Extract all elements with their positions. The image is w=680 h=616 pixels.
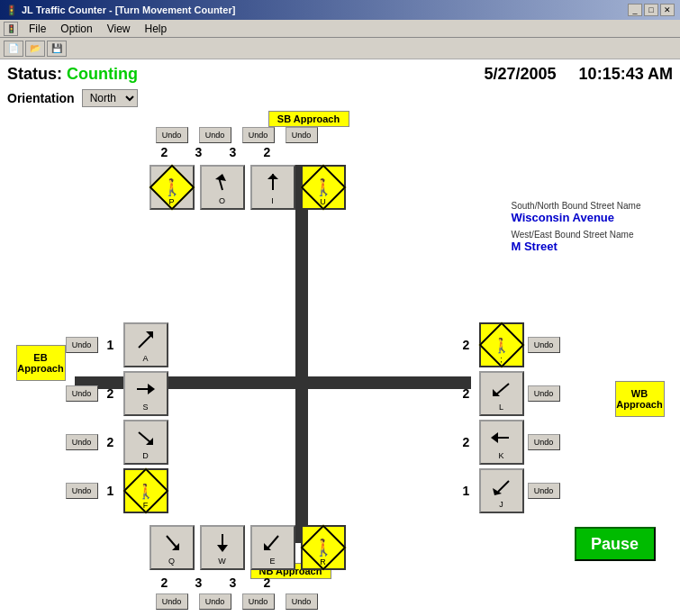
- west-row-semi: 2 🚶 ; Undo: [458, 322, 560, 367]
- east-row-f: Undo 1 🚶 F: [66, 468, 168, 513]
- north-undo-row: Undo Undo Undo Undo: [156, 127, 318, 143]
- svg-line-14: [498, 481, 509, 492]
- west-count-l: 2: [458, 386, 476, 401]
- title-bar: 🚦 JL Traffic Counter - [Turn Movement Co…: [0, 0, 680, 20]
- south-undo-row: Undo Undo Undo Undo: [156, 593, 318, 610]
- east-undo-s[interactable]: Undo: [66, 385, 98, 402]
- intersection-area: SB Approach NB Approach EB Approach WB A…: [16, 111, 665, 579]
- east-count-d: 2: [102, 435, 120, 449]
- east-count-s: 2: [102, 386, 120, 401]
- east-undo-f[interactable]: Undo: [66, 483, 98, 499]
- west-undo-semi[interactable]: Undo: [528, 337, 560, 353]
- minimize-button[interactable]: _: [628, 4, 642, 16]
- status-value: Counting: [67, 65, 138, 83]
- status-label: Status:: [7, 65, 62, 83]
- west-btn-j[interactable]: J: [479, 468, 524, 513]
- svg-line-10: [496, 384, 509, 394]
- south-btn-w[interactable]: W: [200, 525, 245, 570]
- east-btn-a[interactable]: A: [123, 322, 168, 367]
- svg-marker-1: [215, 174, 226, 181]
- window-controls: _ □ ✕: [628, 4, 675, 16]
- north-btn-p[interactable]: 🚶 P: [150, 165, 195, 210]
- south-undo-r[interactable]: Undo: [286, 593, 318, 610]
- close-button[interactable]: ✕: [660, 4, 675, 16]
- west-movements: 2 🚶 ; Undo 2 L U: [458, 322, 560, 513]
- south-undo-q[interactable]: Undo: [156, 593, 188, 610]
- east-row-s: Undo 2 S: [66, 371, 168, 416]
- toolbar-new[interactable]: 📄: [4, 41, 23, 57]
- wb-approach-label: WB Approach: [615, 381, 665, 417]
- east-count-f: 1: [102, 484, 120, 498]
- sn-name: Wisconsin Avenue: [512, 211, 665, 224]
- north-btn-o[interactable]: O: [200, 165, 245, 210]
- svg-line-20: [267, 536, 278, 548]
- svg-line-4: [139, 335, 151, 348]
- south-undo-w[interactable]: Undo: [199, 593, 231, 610]
- east-row-d: Undo 2 D: [66, 420, 168, 465]
- toolbar: 📄 📂 💾: [0, 38, 680, 59]
- north-count-p: 2: [156, 145, 174, 159]
- app-menu-icon: 🚦: [4, 22, 18, 36]
- south-btn-q[interactable]: Q: [150, 525, 195, 570]
- west-count-k: 2: [458, 435, 476, 449]
- maximize-button[interactable]: □: [644, 4, 658, 16]
- north-btn-u[interactable]: 🚶 U: [301, 165, 346, 210]
- north-undo-p[interactable]: Undo: [156, 127, 188, 143]
- west-btn-k[interactable]: K: [479, 420, 524, 465]
- app-icon: 🚦: [5, 5, 18, 16]
- we-name: M Street: [512, 240, 665, 253]
- main-content: Status: Counting 5/27/2005 10:15:43 AM O…: [0, 59, 680, 616]
- menu-file[interactable]: File: [22, 21, 53, 37]
- status-left: Status: Counting: [7, 65, 138, 84]
- pause-button[interactable]: Pause: [575, 527, 656, 561]
- west-btn-l[interactable]: L: [479, 371, 524, 416]
- eb-approach-label: EB Approach: [16, 345, 66, 381]
- south-btn-row: Q W E 🚶: [150, 525, 346, 570]
- north-count-o: 3: [190, 145, 208, 159]
- road-vertical: [295, 165, 308, 543]
- we-label: West/East Bound Street Name: [512, 230, 665, 240]
- north-count-row: 2 3 3 2: [156, 145, 277, 159]
- south-count-q: 2: [156, 575, 174, 590]
- status-date: 5/27/2005: [485, 65, 557, 83]
- south-count-r: 2: [258, 575, 277, 590]
- svg-marker-3: [267, 174, 278, 179]
- status-datetime: 5/27/2005 10:15:43 AM: [485, 65, 673, 84]
- svg-marker-19: [217, 545, 228, 552]
- east-btn-f[interactable]: 🚶 F: [123, 468, 168, 513]
- south-count-e: 3: [224, 575, 242, 590]
- orientation-select[interactable]: North South East West: [82, 89, 138, 107]
- east-btn-d[interactable]: D: [123, 420, 168, 465]
- street-names: South/North Bound Street Name Wisconsin …: [512, 201, 665, 253]
- toolbar-save[interactable]: 💾: [47, 41, 67, 57]
- east-undo-a[interactable]: Undo: [66, 337, 98, 353]
- south-btn-e[interactable]: E: [250, 525, 295, 570]
- menu-option[interactable]: Option: [53, 21, 99, 37]
- orientation-bar: Orientation North South East West: [7, 89, 673, 107]
- east-btn-s[interactable]: S: [123, 371, 168, 416]
- west-count-j: 1: [458, 484, 476, 498]
- west-btn-semi[interactable]: 🚶 ;: [479, 322, 524, 367]
- menu-help[interactable]: Help: [138, 21, 175, 37]
- west-row-j: 1 J Undo: [458, 468, 560, 513]
- west-undo-j[interactable]: Undo: [528, 483, 560, 499]
- west-row-l: 2 L Undo: [458, 371, 560, 416]
- south-undo-e[interactable]: Undo: [242, 593, 275, 610]
- svg-marker-7: [148, 384, 155, 394]
- east-undo-d[interactable]: Undo: [66, 434, 98, 450]
- sb-approach-label: SB Approach: [268, 111, 349, 127]
- west-undo-l[interactable]: Undo: [528, 385, 560, 402]
- south-btn-r[interactable]: 🚶 R: [301, 525, 346, 570]
- north-btn-row: 🚶 P O I: [150, 165, 346, 210]
- south-count-row: 2 3 3 2: [156, 575, 277, 590]
- north-undo-o[interactable]: Undo: [199, 127, 231, 143]
- west-count-semi: 2: [458, 338, 476, 352]
- menu-bar: 🚦 File Option View Help: [0, 20, 680, 38]
- menu-view[interactable]: View: [100, 21, 138, 37]
- north-count-i: 3: [224, 145, 242, 159]
- west-undo-k[interactable]: Undo: [528, 434, 560, 450]
- north-undo-i[interactable]: Undo: [242, 127, 275, 143]
- north-undo-u[interactable]: Undo: [286, 127, 318, 143]
- toolbar-open[interactable]: 📂: [25, 41, 45, 57]
- north-btn-i[interactable]: I: [250, 165, 295, 210]
